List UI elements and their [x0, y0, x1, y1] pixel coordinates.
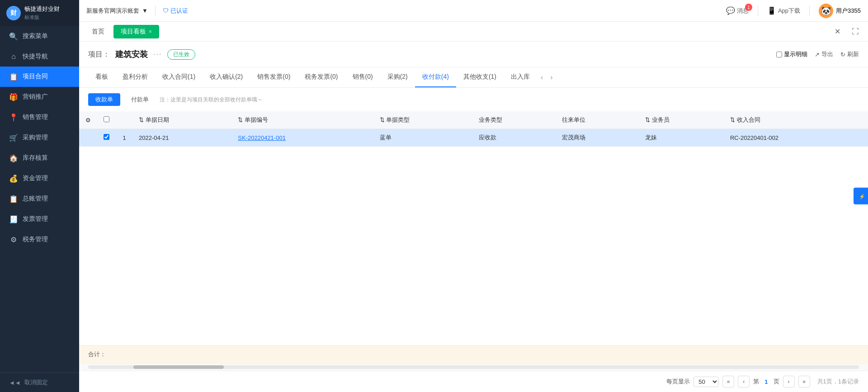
export-button[interactable]: ↗ 导出	[815, 50, 833, 58]
message-button[interactable]: 💬 消息 1	[726, 6, 749, 15]
sidebar-nav: 🔍 搜索菜单 ⌂ 快捷导航 📋 项目合同 🎁 营销推广 📍 销售管理 🛒 采购管…	[0, 26, 79, 373]
sidebar-item-invoice[interactable]: 🧾 发票管理	[0, 209, 79, 229]
select-all-checkbox[interactable]	[104, 116, 109, 122]
sidebar-item-label-funds: 资金管理	[23, 174, 48, 182]
sidebar-item-project[interactable]: 📋 项目合同	[0, 67, 79, 87]
sales-icon: 📍	[9, 113, 18, 122]
subtab-next-arrow[interactable]: ›	[547, 67, 556, 87]
row-checkbox[interactable]	[104, 134, 109, 140]
th-gear[interactable]: ⚙	[79, 111, 97, 129]
subtab-other_expense[interactable]: 其他收支(1)	[456, 67, 504, 87]
refresh-button[interactable]: ↻ 刷新	[840, 50, 859, 58]
sec-tab-payment[interactable]: 付款单	[127, 93, 152, 106]
th-biz-type: 业务类型	[473, 111, 557, 129]
app-version: 标准版	[24, 14, 60, 21]
subtab-prev-arrow[interactable]: ‹	[537, 67, 547, 87]
certified-badge: 🛡 已认证	[163, 7, 188, 15]
page-size-select[interactable]: 50 100 200	[693, 377, 719, 387]
sec-tabs: 收款单 付款单 注：这里是与项目关联的全部收付款单哦～	[79, 88, 868, 111]
subtab-tax_invoice[interactable]: 税务发票(0)	[297, 67, 345, 87]
sidebar-logo: 财 畅捷通好业财 标准版	[0, 0, 79, 26]
app-logo-icon: 财	[6, 6, 21, 20]
account-selector[interactable]: 新服务官网演示账套 ▼	[86, 7, 148, 15]
project-title: 建筑安装	[115, 49, 148, 60]
close-window-button[interactable]: ✕	[830, 24, 844, 39]
th-income-contract[interactable]: ⇅ 收入合同	[725, 111, 868, 129]
topbar-divider-1	[155, 5, 156, 16]
first-page-button[interactable]: «	[722, 376, 734, 387]
funds-icon: 💰	[9, 174, 18, 183]
show-detail-input[interactable]	[776, 52, 782, 57]
total-label: 合计：	[88, 350, 106, 359]
table-row[interactable]: 1 2022-04-21 SK-20220421-001 蓝单 应收款 宏茂商场…	[79, 129, 868, 147]
app-download-button[interactable]: 📱 App下载	[767, 6, 800, 15]
sidebar-item-purchase[interactable]: 🛒 采购管理	[0, 128, 79, 148]
th-no[interactable]: ⇅ 单据编号	[232, 111, 374, 129]
sidebar-item-search[interactable]: 🔍 搜索菜单	[0, 26, 79, 47]
scrollbar-track[interactable]	[88, 365, 859, 369]
th-salesman[interactable]: ⇅ 业务员	[640, 111, 725, 129]
sidebar-item-label-invoice: 发票管理	[23, 215, 48, 223]
project-more-icon[interactable]: ···	[153, 50, 162, 58]
subtab-receipt[interactable]: 收付款(4)	[415, 67, 456, 87]
td-no[interactable]: SK-20220421-001	[232, 129, 374, 147]
th-checkbox[interactable]	[97, 111, 115, 129]
user-menu[interactable]: 🐼 用户3355	[819, 4, 861, 18]
subtab-purchase[interactable]: 采购(2)	[380, 67, 415, 87]
sidebar-item-inventory[interactable]: 🏠 库存核算	[0, 148, 79, 168]
last-page-button[interactable]: »	[798, 376, 810, 387]
subtab-income_confirm[interactable]: 收入确认(2)	[203, 67, 250, 87]
page-size-label: 每页显示	[666, 378, 690, 386]
prev-page-button[interactable]: ‹	[738, 376, 750, 387]
td-gear	[79, 129, 97, 147]
sidebar-item-marketing[interactable]: 🎁 营销推广	[0, 87, 79, 107]
right-quick-entry-button[interactable]: ⚡	[854, 188, 868, 205]
sidebar-item-label-search: 搜索菜单	[23, 32, 48, 40]
th-date[interactable]: ⇅ 单据日期	[133, 111, 232, 129]
topbar-divider-2	[758, 5, 758, 16]
sidebar-item-quicknav[interactable]: ⌂ 快捷导航	[0, 47, 79, 67]
subtab-income_contract[interactable]: 收入合同(1)	[155, 67, 203, 87]
right-quick-label: ⚡	[859, 193, 865, 199]
subtab-sales[interactable]: 销售(0)	[345, 67, 380, 87]
td-checkbox[interactable]	[97, 129, 115, 147]
tab-label: 项目看板	[121, 28, 146, 36]
purchase-icon: 🛒	[9, 134, 18, 142]
sec-tab-receipt[interactable]: 收款单	[88, 93, 120, 106]
cancel-pin-button[interactable]: ◄◄ 取消固定	[0, 373, 79, 392]
tab-project-kanban[interactable]: 项目看板 ×	[113, 25, 159, 38]
cancel-pin-label: 取消固定	[24, 378, 48, 387]
pin-icon: ◄◄	[9, 379, 21, 386]
table-body: 1 2022-04-21 SK-20220421-001 蓝单 应收款 宏茂商场…	[79, 129, 868, 147]
subtab-kanban[interactable]: 看板	[88, 67, 115, 87]
show-detail-checkbox[interactable]: 显示明细	[776, 50, 807, 58]
sidebar-item-sales[interactable]: 📍 销售管理	[0, 107, 79, 128]
tab-home[interactable]: 首页	[85, 25, 112, 38]
horizontal-scrollbar[interactable]	[79, 363, 868, 371]
subtab-sales_invoice[interactable]: 销售发票(0)	[250, 67, 297, 87]
inventory-icon: 🏠	[9, 154, 18, 163]
tab-close-icon[interactable]: ×	[149, 29, 152, 35]
th-income-contract-label: ⇅ 收入合同	[730, 116, 760, 123]
td-biz-type: 应收款	[473, 129, 557, 147]
sidebar-item-ledger[interactable]: 📋 总账管理	[0, 189, 79, 209]
table-header-row: ⚙ ⇅ 单据日期 ⇅ 单据编号 ⇅ 单据类型	[79, 111, 868, 129]
user-avatar: 🐼	[819, 4, 833, 18]
th-type-label: ⇅ 单据类型	[380, 116, 410, 123]
th-type[interactable]: ⇅ 单据类型	[374, 111, 473, 129]
ledger-icon: 📋	[9, 195, 18, 203]
td-income-contract: RC-20220401-002	[725, 129, 868, 147]
scrollbar-thumb[interactable]	[133, 365, 224, 369]
next-page-button[interactable]: ›	[783, 376, 795, 387]
sidebar-item-funds[interactable]: 💰 资金管理	[0, 168, 79, 189]
th-no-label: ⇅ 单据编号	[238, 116, 268, 123]
subtab-inout_store[interactable]: 出入库	[504, 67, 537, 87]
sidebar-item-tax[interactable]: ⚙ 税务管理	[0, 229, 79, 250]
tabbar: 首页 项目看板 × ✕ ⛶	[79, 22, 868, 42]
th-date-label: ⇅ 单据日期	[139, 116, 169, 123]
pagination: 每页显示 50 100 200 « ‹ 第 1 页 › » 共1页，1条记录	[79, 371, 868, 392]
maximize-button[interactable]: ⛶	[848, 24, 863, 39]
subtab-profit[interactable]: 盈利分析	[115, 67, 155, 87]
current-page: 1	[763, 378, 769, 385]
project-icon: 📋	[9, 72, 18, 81]
